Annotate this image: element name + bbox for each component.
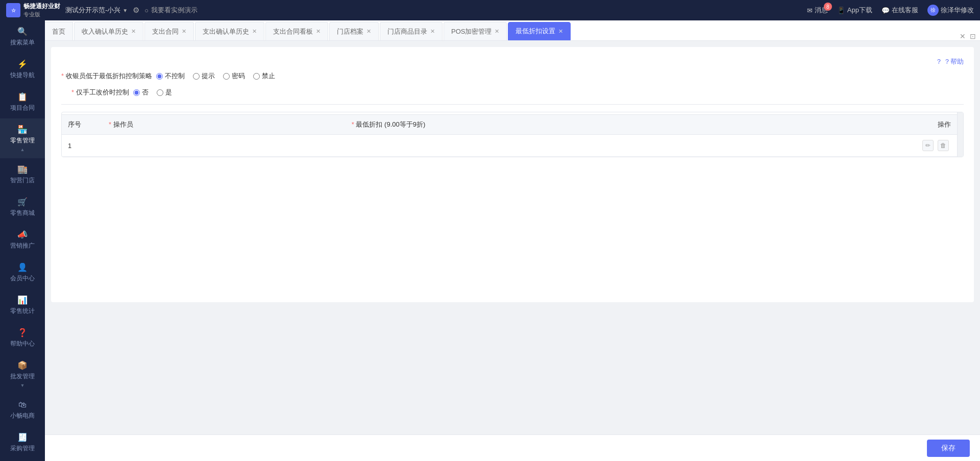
discount-table: 序号 * 操作员 * 最低折扣 (9.00等于9折) 操作 1	[62, 114, 957, 157]
help-icon: ❓	[17, 328, 28, 337]
help-question-icon: ？	[936, 57, 942, 66]
tab-store-file-close[interactable]: ✕	[366, 28, 371, 35]
message-badge: 8	[824, 3, 832, 11]
tab-home[interactable]: 首页	[45, 22, 73, 40]
radio-no-control-label: 不控制	[165, 71, 185, 81]
tab-income-confirm[interactable]: 收入确认单历史 ✕	[74, 22, 143, 40]
radio-password-label: 密码	[232, 71, 245, 81]
radio-forbid-input[interactable]	[253, 73, 260, 80]
help-button[interactable]: ？ ？帮助	[936, 57, 964, 66]
retail-mgmt-icon: 🏪	[17, 125, 28, 134]
cell-actions: ✏ 🗑	[916, 135, 957, 157]
tab-store-goods[interactable]: 门店商品目录 ✕	[380, 22, 443, 40]
sidebar-item-quick-nav[interactable]: ⚡ 快捷导航	[0, 53, 45, 86]
manual-price-row: 仅手工改价时控制 否 是	[71, 88, 964, 97]
table-scrollbar[interactable]	[957, 112, 963, 157]
sidebar-item-label: 帮助中心	[10, 339, 35, 348]
sidebar-item-label: 采购管理	[10, 444, 35, 453]
delete-row-button[interactable]: 🗑	[938, 140, 949, 151]
sidebar-item-retail-stats[interactable]: 📊 零售统计	[0, 289, 45, 322]
ecommerce-icon: 🛍	[18, 400, 27, 409]
top-bar: ☆ 畅捷通好业财 专业版 测试分开示范-小兴 ▼ ⚙ ○ 我要看实例演示 ✉ 消…	[0, 0, 980, 20]
radio-no-control[interactable]: 不控制	[156, 71, 185, 81]
tab-payment-confirm-close[interactable]: ✕	[252, 28, 257, 35]
radio-password[interactable]: 密码	[223, 71, 245, 81]
tab-payment-board-close[interactable]: ✕	[316, 28, 321, 35]
sidebar-item-label: 营销推广	[10, 241, 35, 250]
sidebar-item-project[interactable]: 📋 项目合同	[0, 86, 45, 118]
save-button[interactable]: 保存	[927, 440, 970, 457]
member-icon: 👤	[17, 262, 28, 272]
sidebar-item-ecommerce[interactable]: 🛍 小畅电商	[0, 394, 45, 426]
edit-row-button[interactable]: ✏	[922, 140, 934, 151]
radio-no-control-input[interactable]	[156, 73, 163, 80]
user-action[interactable]: 徐 徐泽华修改	[927, 5, 974, 16]
chevron-down-icon: ▼	[20, 383, 25, 388]
tab-payment-confirm[interactable]: 支出确认单历史 ✕	[195, 22, 264, 40]
tab-bar-expand-icon[interactable]: ⊡	[970, 32, 976, 40]
tab-store-file[interactable]: 门店档案 ✕	[329, 22, 379, 40]
project-icon: 📋	[17, 92, 28, 102]
batch-mgmt-icon: 📦	[17, 360, 28, 370]
col-seq: 序号	[62, 115, 103, 135]
manual-price-radios: 否 是	[133, 88, 172, 97]
tab-income-confirm-close[interactable]: ✕	[131, 28, 136, 35]
chevron-up-icon: ▲	[20, 147, 25, 152]
page-content: ？ ？帮助 收银员低于最低折扣控制策略 不控制	[45, 41, 980, 434]
sidebar-item-purchase[interactable]: 🧾 采购管理	[0, 426, 45, 459]
tab-pos-password[interactable]: POS加密管理 ✕	[444, 22, 507, 40]
demo-circle-icon: ○	[144, 7, 149, 14]
radio-remind[interactable]: 提示	[193, 71, 215, 81]
purchase-icon: 🧾	[17, 432, 28, 442]
messages-action[interactable]: ✉ 消息 8	[807, 6, 828, 15]
sidebar-item-member[interactable]: 👤 会员中心	[0, 256, 45, 289]
manual-price-label: 仅手工改价时控制	[71, 88, 129, 97]
radio-yes-input[interactable]	[157, 89, 163, 96]
tab-pos-password-close[interactable]: ✕	[495, 28, 499, 35]
app-download-action[interactable]: 📱 App下载	[837, 6, 872, 15]
tab-store-file-label: 门店档案	[337, 27, 363, 36]
tab-payment-contract[interactable]: 支出合同 ✕	[144, 22, 194, 40]
tab-min-discount-close[interactable]: ✕	[558, 28, 563, 35]
sidebar-item-retail-mgmt[interactable]: 🏪 零售管理 ▲	[0, 118, 45, 158]
sidebar-item-help-center[interactable]: ❓ 帮助中心	[0, 322, 45, 354]
project-name: 测试分开示范-小兴	[65, 6, 120, 15]
top-bar-settings-icon[interactable]: ⚙	[133, 6, 139, 15]
tab-payment-board[interactable]: 支出合同看板 ✕	[265, 22, 328, 40]
form-divider	[61, 104, 964, 105]
tab-min-discount[interactable]: 最低折扣设置 ✕	[508, 22, 571, 40]
radio-password-input[interactable]	[223, 73, 230, 80]
tab-store-goods-close[interactable]: ✕	[430, 28, 435, 35]
radio-no-input[interactable]	[133, 89, 140, 96]
tab-bar-close-icon[interactable]: ✕	[960, 32, 966, 40]
tab-min-discount-label: 最低折扣设置	[516, 27, 555, 36]
tab-payment-contract-close[interactable]: ✕	[182, 28, 186, 35]
avatar: 徐	[927, 5, 939, 16]
cell-seq: 1	[62, 135, 103, 157]
smart-store-icon: 🏬	[17, 164, 28, 174]
radio-yes[interactable]: 是	[157, 88, 172, 97]
radio-remind-input[interactable]	[193, 73, 200, 80]
sidebar-item-label: 搜索菜单	[10, 38, 35, 47]
sidebar-item-inventory[interactable]: 📐 库存核算	[0, 459, 45, 461]
tab-store-goods-label: 门店商品目录	[387, 27, 427, 36]
sidebar-item-batch-mgmt[interactable]: 📦 批发管理 ▼	[0, 354, 45, 394]
sidebar-item-online-store[interactable]: 🛒 零售商城	[0, 191, 45, 224]
page-card: ？ ？帮助 收银员低于最低折扣控制策略 不控制	[51, 47, 974, 302]
project-selector[interactable]: 测试分开示范-小兴 ▼	[65, 6, 128, 15]
page-footer: 保存	[45, 434, 980, 461]
online-service-action[interactable]: 💬 在线客服	[881, 6, 918, 15]
tab-income-confirm-label: 收入确认单历史	[82, 27, 128, 36]
sidebar-item-label: 项目合同	[10, 104, 35, 112]
sidebar-item-label: 批发管理	[10, 372, 35, 381]
radio-forbid[interactable]: 禁止	[253, 71, 275, 81]
radio-no[interactable]: 否	[133, 88, 149, 97]
sidebar-item-marketing[interactable]: 📣 营销推广	[0, 224, 45, 256]
sidebar-item-label: 零售统计	[10, 307, 35, 316]
sidebar-item-smart-store[interactable]: 🏬 智营门店	[0, 158, 45, 191]
sidebar-item-label: 快捷导航	[10, 71, 35, 80]
demo-link[interactable]: ○ 我要看实例演示	[144, 6, 198, 15]
message-icon: ✉	[807, 7, 813, 14]
sidebar-item-search[interactable]: 🔍 搜索菜单	[0, 20, 45, 53]
tab-home-label: 首页	[52, 27, 65, 36]
